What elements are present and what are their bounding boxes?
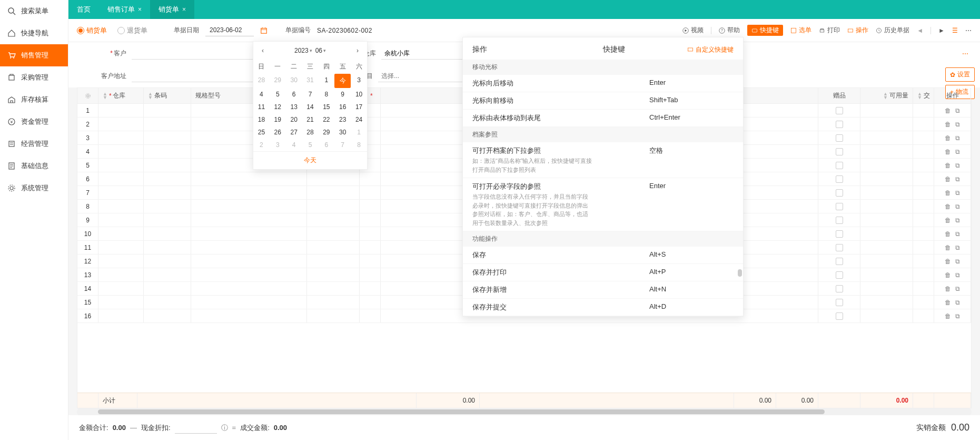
cal-day[interactable]: 24 [351, 113, 367, 126]
sidebar-item-quicknav[interactable]: 快捷导航 [0, 22, 68, 44]
cell-warehouse[interactable] [98, 255, 144, 268]
cell-taxrate[interactable] [307, 200, 360, 213]
cell-warehouse[interactable] [98, 282, 144, 295]
radio-sale[interactable]: 销货单 [77, 26, 107, 35]
delete-icon[interactable]: 🗑 [945, 189, 951, 197]
cell-gift[interactable] [818, 282, 860, 295]
cell-barcode[interactable] [144, 131, 191, 144]
cell-gift[interactable] [818, 200, 860, 213]
chevron-right-icon[interactable]: ► [938, 27, 945, 34]
cal-day[interactable]: 4 [253, 88, 270, 101]
cell-spec[interactable] [191, 255, 307, 268]
cal-day[interactable]: 1 [351, 126, 367, 139]
scrollbar-thumb[interactable] [738, 269, 742, 277]
checkbox[interactable] [836, 285, 843, 292]
discount-input[interactable] [175, 422, 217, 434]
cal-day[interactable]: 12 [270, 101, 286, 113]
cell-taxrate[interactable] [307, 227, 360, 240]
cal-day[interactable]: 29 [318, 126, 334, 139]
cal-year-select[interactable]: 2023▾ [294, 47, 312, 54]
cell-warehouse[interactable] [98, 227, 144, 240]
cal-day[interactable]: 10 [351, 88, 367, 101]
delete-icon[interactable]: 🗑 [945, 121, 951, 128]
cell-deliver[interactable] [913, 172, 934, 185]
close-icon[interactable]: × [182, 6, 186, 13]
cal-day[interactable]: 11 [253, 101, 270, 113]
delete-icon[interactable]: 🗑 [945, 217, 951, 224]
cell-barcode[interactable] [144, 255, 191, 268]
cell-taxrate[interactable] [307, 309, 360, 322]
cell-barcode[interactable] [144, 241, 191, 254]
copy-icon[interactable]: ⧉ [955, 299, 960, 306]
cal-day[interactable]: 3 [270, 139, 286, 151]
copy-icon[interactable]: ⧉ [955, 244, 960, 251]
cell-gift[interactable] [818, 309, 860, 322]
cell-warehouse[interactable] [98, 309, 144, 322]
history-link[interactable]: 历史单据 [876, 26, 909, 35]
cal-prev[interactable]: ‹ [259, 46, 267, 55]
cal-day[interactable]: 7 [302, 88, 319, 101]
cal-day[interactable]: 15 [318, 101, 334, 113]
cal-day[interactable]: 今 [334, 74, 351, 88]
cal-day[interactable]: 27 [286, 126, 302, 139]
cell-deliver[interactable] [913, 296, 934, 309]
cal-day[interactable]: 7 [334, 139, 351, 151]
cell-barcode[interactable] [144, 309, 191, 322]
date-input[interactable] [205, 24, 254, 36]
sidebar-item-inventory[interactable]: 库存核算 [0, 89, 68, 111]
cell-gift[interactable] [818, 296, 860, 309]
copy-icon[interactable]: ⧉ [955, 271, 960, 279]
delete-icon[interactable]: 🗑 [945, 244, 951, 251]
cell-deliver[interactable] [913, 255, 934, 268]
cal-day[interactable]: 30 [286, 74, 302, 88]
checkbox[interactable] [836, 203, 843, 210]
cell-warehouse[interactable] [98, 268, 144, 281]
tab-sales-invoice[interactable]: 销货单× [150, 0, 194, 19]
checkbox[interactable] [836, 217, 843, 224]
cell-warehouse[interactable] [98, 159, 144, 172]
cell-taxrate[interactable] [307, 241, 360, 254]
scrollbar-thumb[interactable] [98, 409, 825, 414]
cell-warehouse[interactable] [98, 104, 144, 117]
cell-deliver[interactable] [913, 131, 934, 144]
cell-barcode[interactable] [144, 186, 191, 199]
copy-icon[interactable]: ⧉ [955, 230, 960, 238]
cell-taxrate[interactable] [307, 255, 360, 268]
cell-barcode[interactable] [144, 296, 191, 309]
delete-icon[interactable]: 🗑 [945, 107, 951, 114]
copy-icon[interactable]: ⧉ [955, 258, 960, 265]
cell-gift[interactable] [818, 145, 860, 158]
cell-taxrate[interactable] [307, 296, 360, 309]
cell-deliver[interactable] [913, 186, 934, 199]
cell-barcode[interactable] [144, 172, 191, 185]
cell-required[interactable] [360, 186, 381, 199]
copy-icon[interactable]: ⧉ [955, 162, 960, 169]
cell-required[interactable] [360, 282, 381, 295]
cal-day[interactable]: 13 [286, 101, 302, 113]
checkbox[interactable] [836, 121, 843, 128]
cell-warehouse[interactable] [98, 145, 144, 158]
checkbox[interactable] [836, 134, 843, 142]
cell-spec[interactable] [191, 241, 307, 254]
calendar-icon[interactable] [260, 27, 268, 34]
cell-taxrate[interactable] [307, 213, 360, 227]
cal-day[interactable]: 29 [270, 74, 286, 88]
cal-day[interactable]: 20 [286, 113, 302, 126]
copy-icon[interactable]: ⧉ [955, 189, 960, 197]
cell-gift[interactable] [818, 268, 860, 281]
chevron-left-icon[interactable]: ◄ [917, 27, 923, 34]
checkbox[interactable] [836, 271, 843, 279]
cal-day[interactable]: 6 [286, 88, 302, 101]
cell-barcode[interactable] [144, 159, 191, 172]
operate-link[interactable]: 操作 [847, 26, 868, 35]
cell-gift[interactable] [818, 186, 860, 199]
cal-today-link[interactable]: 今天 [253, 151, 367, 169]
cal-day[interactable]: 8 [318, 88, 334, 101]
delete-icon[interactable]: 🗑 [945, 203, 951, 210]
copy-icon[interactable]: ⧉ [955, 148, 960, 155]
cell-barcode[interactable] [144, 104, 191, 117]
tab-home[interactable]: 首页 [68, 0, 99, 19]
copy-icon[interactable]: ⧉ [955, 217, 960, 224]
cal-day[interactable]: 23 [334, 113, 351, 126]
sidebar-item-procure[interactable]: 采购管理 [0, 66, 68, 89]
